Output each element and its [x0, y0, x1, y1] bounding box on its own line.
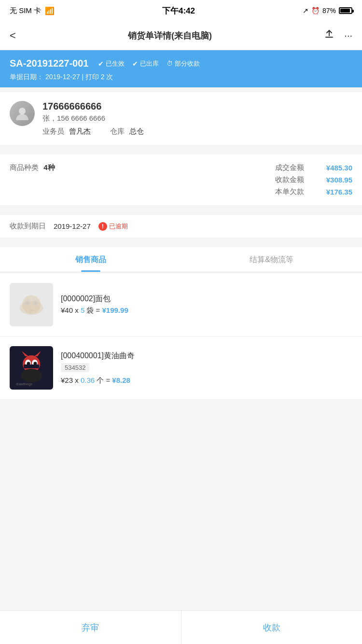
- svg-point-0: [19, 108, 26, 114]
- sales-person: 曾凡杰: [69, 127, 91, 135]
- sales-meta: 业务员 曾凡杰: [42, 127, 91, 136]
- header-banner: SA-20191227-001 ✔ 已生效 ✔ 已出库 ⏱ 部分收款 单据日期：…: [0, 50, 362, 87]
- product-name-bread: [0000002]面包: [61, 294, 352, 304]
- product-image-cookie: drawthings: [10, 346, 53, 390]
- overdue-badge: ! 已逾期: [98, 222, 128, 231]
- collected-row: 收款金额 ¥308.95: [275, 175, 352, 184]
- deal-amount-value: ¥485.30: [314, 164, 352, 172]
- badge-partial: ⏱ 部分收款: [167, 59, 200, 68]
- deal-amount-label: 成交金额: [275, 163, 304, 172]
- due-label: 收款到期日: [10, 222, 46, 231]
- owed-value: ¥176.35: [314, 188, 352, 196]
- svg-point-6: [34, 301, 37, 305]
- page-title: 销货单详情(来自电脑): [128, 30, 212, 42]
- product-name-cookie: [000400001]黄油曲奇: [61, 351, 352, 361]
- svg-text:drawthings: drawthings: [16, 382, 32, 386]
- product-item: [0000002]面包 ¥40 x 5 袋 = ¥199.99: [0, 273, 362, 336]
- products-list: [0000002]面包 ¥40 x 5 袋 = ¥199.99: [0, 273, 362, 400]
- customer-section: 17666666666 张，156 6666 6666 业务员 曾凡杰 仓库 总…: [0, 92, 362, 145]
- clock-icon: ⏱: [167, 60, 173, 67]
- abandon-label: 弃审: [82, 622, 99, 633]
- order-date: 2019-12-27: [45, 73, 80, 81]
- warehouse-value: 总仓: [129, 127, 144, 135]
- stats-right: 成交金额 ¥485.30 收款金额 ¥308.95 本单欠款 ¥176.35: [275, 163, 352, 196]
- overdue-text: 已逾期: [109, 222, 128, 231]
- collect-button[interactable]: 收款: [181, 611, 362, 644]
- share-button[interactable]: [324, 29, 334, 42]
- due-date-value: 2019-12-27: [54, 222, 91, 230]
- alarm-icon: ⏰: [311, 7, 320, 14]
- bottom-bar: 弃审 收款: [0, 610, 362, 644]
- product-qty-cookie: 0.36: [81, 376, 95, 384]
- nav-bar: < 销货单详情(来自电脑) ···: [0, 21, 362, 50]
- stats-section: 商品种类 4种 成交金额 ¥485.30 收款金额 ¥308.95 本单欠款 ¥…: [0, 154, 362, 205]
- product-price-cookie: ¥23 x 0.36 个 = ¥8.28: [61, 376, 352, 385]
- deal-amount-row: 成交金额 ¥485.30: [275, 163, 352, 172]
- sales-label: 业务员: [42, 127, 64, 135]
- overdue-icon: !: [98, 222, 107, 231]
- tab-sales-products[interactable]: 销售商品: [0, 247, 181, 272]
- svg-point-9: [21, 369, 42, 382]
- product-item-cookie: drawthings [000400001]黄油曲奇 534532 ¥23 x …: [0, 336, 362, 400]
- product-qty-bread: 5: [81, 306, 84, 314]
- collected-label: 收款金额: [275, 175, 304, 184]
- order-id: SA-20191227-001: [10, 58, 88, 69]
- svg-rect-14: [24, 364, 39, 368]
- svg-point-5: [26, 301, 29, 305]
- check-icon1: ✔: [98, 60, 104, 68]
- product-total-cookie: ¥8.28: [112, 376, 130, 384]
- product-total-bread: ¥199.99: [102, 306, 128, 314]
- status-bar: 无 SIM 卡 📶 下午4:42 ↗ ⏰ 87%: [0, 0, 362, 21]
- owed-row: 本单欠款 ¥176.35: [275, 187, 352, 196]
- product-image-bread: [10, 283, 53, 326]
- date-label: 单据日期：: [10, 73, 43, 81]
- status-right: ↗ ⏰ 87%: [303, 7, 352, 14]
- carrier-text: 无 SIM 卡: [10, 6, 41, 15]
- collected-value: ¥308.95: [314, 176, 352, 184]
- product-batch-cookie: 534532: [61, 363, 89, 372]
- print-info: | 打印 2 次: [82, 73, 113, 81]
- collect-label: 收款: [263, 622, 280, 633]
- check-icon2: ✔: [132, 60, 138, 68]
- due-section: 收款到期日 2019-12-27 ! 已逾期: [0, 215, 362, 238]
- tab-settlement[interactable]: 结算&物流等: [181, 247, 362, 272]
- avatar: [10, 101, 35, 126]
- product-details-bread: [0000002]面包 ¥40 x 5 袋 = ¥199.99: [61, 294, 352, 315]
- customer-meta: 业务员 曾凡杰 仓库 总仓: [42, 127, 352, 136]
- wifi-icon: 📶: [45, 6, 55, 15]
- banner-badges: ✔ 已生效 ✔ 已出库 ⏱ 部分收款: [98, 59, 200, 68]
- tabs-section: 销售商品 结算&物流等: [0, 247, 362, 272]
- badge-active: ✔ 已生效: [98, 59, 125, 68]
- nav-actions: ···: [324, 29, 352, 42]
- location-icon: ↗: [303, 7, 308, 14]
- badge-shipped: ✔ 已出库: [132, 59, 159, 68]
- type-count: 4种: [43, 163, 55, 171]
- product-price-bread: ¥40 x 5 袋 = ¥199.99: [61, 306, 352, 315]
- banner-row1: SA-20191227-001 ✔ 已生效 ✔ 已出库 ⏱ 部分收款: [10, 58, 352, 69]
- stats-left: 商品种类 4种: [10, 163, 55, 172]
- product-details-cookie: [000400001]黄油曲奇 534532 ¥23 x 0.36 个 = ¥8…: [61, 351, 352, 385]
- status-time: 下午4:42: [162, 5, 195, 16]
- abandon-button[interactable]: 弃审: [0, 611, 181, 644]
- battery-icon: [339, 7, 352, 14]
- warehouse-label: 仓库: [110, 127, 125, 135]
- warehouse-meta: 仓库 总仓: [110, 127, 144, 136]
- type-label: 商品种类: [10, 163, 39, 171]
- back-button[interactable]: <: [10, 29, 16, 42]
- battery-percent: 87%: [322, 7, 336, 14]
- owed-label: 本单欠款: [275, 187, 304, 196]
- customer-name: 17666666666: [42, 101, 352, 112]
- customer-contact: 张，156 6666 6666: [42, 114, 352, 123]
- customer-info: 17666666666 张，156 6666 6666 业务员 曾凡杰 仓库 总…: [42, 101, 352, 136]
- status-left: 无 SIM 卡 📶: [10, 6, 55, 15]
- more-button[interactable]: ···: [344, 30, 352, 41]
- svg-point-2: [20, 301, 43, 315]
- banner-row2: 单据日期： 2019-12-27 | 打印 2 次: [10, 73, 352, 82]
